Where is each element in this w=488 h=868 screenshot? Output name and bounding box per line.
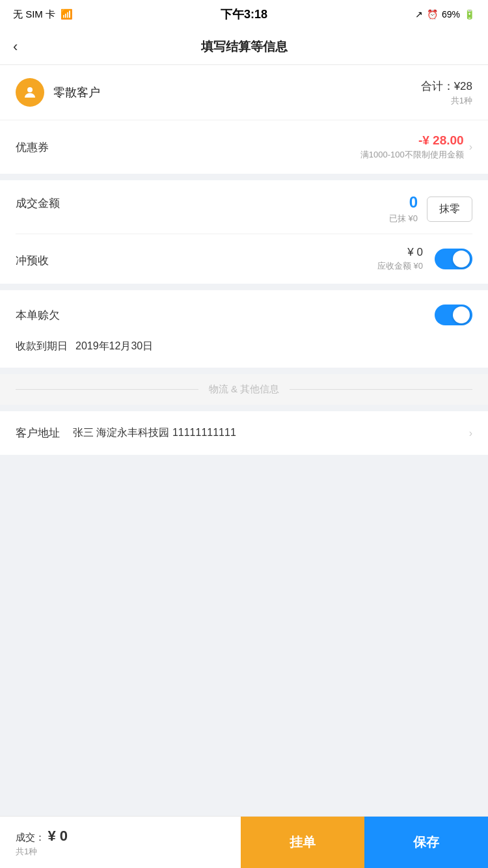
address-label: 客户地址 (16, 426, 60, 441)
content: 零散客户 合计：¥28 共1种 优惠券 -¥ 28.00 满1000-100不限… (0, 65, 488, 520)
debt-section: 本单赊欠 收款到期日 2019年12月30日 (0, 290, 488, 368)
save-button[interactable]: 保存 (364, 817, 488, 869)
location-icon: ↗ (415, 9, 423, 20)
address-chevron-icon: › (469, 427, 472, 439)
coupon-desc: 满1000-100不限制使用金额 (360, 149, 464, 161)
debt-toggle[interactable] (435, 305, 472, 325)
status-left: 无 SIM 卡 📶 (13, 8, 73, 21)
bottom-deal-amount: ¥ 0 (47, 828, 68, 844)
prereceive-sub: 应收金额 ¥0 (377, 260, 423, 272)
bottom-bar: 成交： ¥ 0 共1种 挂单 保存 (0, 816, 488, 868)
alarm-icon: ⏰ (427, 9, 438, 20)
total-count: 共1种 (421, 95, 472, 107)
wifi-icon: 📶 (61, 8, 73, 20)
address-value: 张三 海淀永丰科技园 11111111111 (73, 426, 469, 440)
amount-value: 0 (389, 193, 418, 211)
prereceive-right: ¥ 0 应收金额 ¥0 (377, 246, 472, 272)
bottom-deal-line: 成交： ¥ 0 (16, 828, 225, 845)
coupon-discount: -¥ 28.00 (360, 133, 464, 148)
bottom-count: 共1种 (16, 846, 225, 858)
battery-text: 69% (442, 9, 460, 20)
logistics-header: 物流 & 其他信息 (0, 374, 488, 405)
customer-coupon-card: 零散客户 合计：¥28 共1种 优惠券 -¥ 28.00 满1000-100不限… (0, 65, 488, 174)
status-bar: 无 SIM 卡 📶 下午3:18 ↗ ⏰ 69% 🔋 (0, 0, 488, 29)
logistics-line-right (290, 389, 472, 390)
amount-row: 成交金额 0 已抹 ¥0 抹零 (0, 180, 488, 234)
customer-name: 零散客户 (53, 85, 100, 100)
debt-label: 本单赊欠 (16, 308, 60, 323)
coupon-right: -¥ 28.00 满1000-100不限制使用金额 › (360, 133, 472, 161)
prereceive-toggle[interactable] (435, 249, 472, 269)
debt-row: 本单赊欠 (0, 290, 488, 340)
address-row[interactable]: 客户地址 张三 海淀永丰科技园 11111111111 › (0, 411, 488, 455)
total-amount: 合计：¥28 (421, 79, 472, 94)
battery-icon: 🔋 (464, 9, 475, 20)
prereceive-label: 冲预收 (16, 251, 49, 268)
transaction-section: 成交金额 0 已抹 ¥0 抹零 冲预收 ¥ 0 应收金额 ¥0 (0, 180, 488, 284)
due-date-label: 收款到期日 (16, 340, 68, 353)
coupon-row[interactable]: 优惠券 -¥ 28.00 满1000-100不限制使用金额 › (0, 120, 488, 174)
address-section: 客户地址 张三 海淀永丰科技园 11111111111 › (0, 411, 488, 455)
customer-row: 零散客户 合计：¥28 共1种 (0, 65, 488, 120)
bottom-left: 成交： ¥ 0 共1种 (0, 828, 241, 858)
page-title: 填写结算等信息 (201, 38, 288, 55)
nav-bar: ‹ 填写结算等信息 (0, 29, 488, 65)
due-date-row: 收款到期日 2019年12月30日 (0, 340, 488, 368)
prereceive-row: 冲预收 ¥ 0 应收金额 ¥0 (0, 234, 488, 284)
amount-value-wrap: 0 已抹 ¥0 (389, 193, 418, 224)
customer-avatar (16, 78, 44, 107)
round-zero-button[interactable]: 抹零 (427, 197, 472, 222)
no-sim-text: 无 SIM 卡 (13, 8, 55, 21)
coupon-label: 优惠券 (16, 140, 49, 155)
logistics-line-left (16, 389, 198, 390)
due-date-value: 2019年12月30日 (75, 340, 153, 353)
status-time: 下午3:18 (221, 7, 267, 22)
prereceive-main: ¥ 0 (377, 246, 423, 259)
customer-left: 零散客户 (16, 78, 100, 107)
chevron-right-icon: › (469, 141, 472, 153)
customer-right: 合计：¥28 共1种 (421, 79, 472, 107)
svg-point-0 (27, 87, 33, 92)
amount-label: 成交金额 (16, 193, 60, 211)
logistics-section: 物流 & 其他信息 (0, 374, 488, 405)
amount-sub: 已抹 ¥0 (389, 213, 418, 224)
hang-order-button[interactable]: 挂单 (241, 817, 364, 869)
coupon-value-wrap: -¥ 28.00 满1000-100不限制使用金额 (360, 133, 464, 161)
amount-right: 0 已抹 ¥0 抹零 (389, 193, 472, 224)
back-button[interactable]: ‹ (13, 38, 18, 55)
prereceive-values: ¥ 0 应收金额 ¥0 (377, 246, 423, 272)
logistics-title: 物流 & 其他信息 (209, 383, 279, 396)
bottom-deal-label: 成交： (16, 832, 45, 843)
status-right: ↗ ⏰ 69% 🔋 (415, 9, 475, 20)
